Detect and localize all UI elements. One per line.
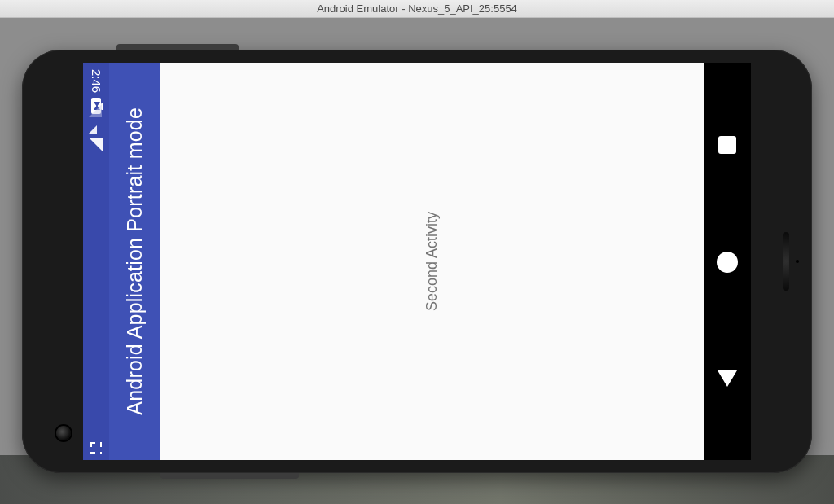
status-bar[interactable]: 2:46 (83, 63, 109, 460)
back-button[interactable] (718, 370, 737, 387)
status-left-cluster (90, 442, 102, 454)
home-button[interactable] (717, 252, 738, 273)
earpiece-speaker (783, 232, 789, 291)
navigation-bar (704, 63, 751, 460)
app-bar-title: Android Application Portrait mode (123, 107, 147, 415)
device-frame: 2:46 Android Application (22, 50, 812, 473)
device-screen: 2:46 Android Application (83, 63, 751, 460)
content-label: Second Activity (424, 211, 441, 310)
wifi-icon (90, 138, 103, 151)
microphone-hole (796, 260, 799, 263)
status-clock: 2:46 (90, 69, 103, 93)
activity-content: Second Activity (160, 63, 704, 460)
power-button[interactable] (116, 44, 239, 50)
cellular-signal-icon (89, 125, 97, 134)
status-right-cluster: 2:46 (89, 69, 103, 151)
front-camera (56, 426, 71, 440)
fullscreen-exit-icon (90, 442, 102, 454)
volume-rocker[interactable] (160, 473, 299, 479)
window-titlebar[interactable]: Android Emulator - Nexus_5_API_25:5554 (0, 0, 834, 18)
cellular-signal-background-icon (89, 104, 102, 117)
app-bar: Android Application Portrait mode (109, 63, 160, 460)
window-title: Android Emulator - Nexus_5_API_25:5554 (317, 2, 517, 15)
recent-apps-button[interactable] (718, 136, 736, 154)
emulator-background: 2:46 Android Application (0, 18, 834, 504)
